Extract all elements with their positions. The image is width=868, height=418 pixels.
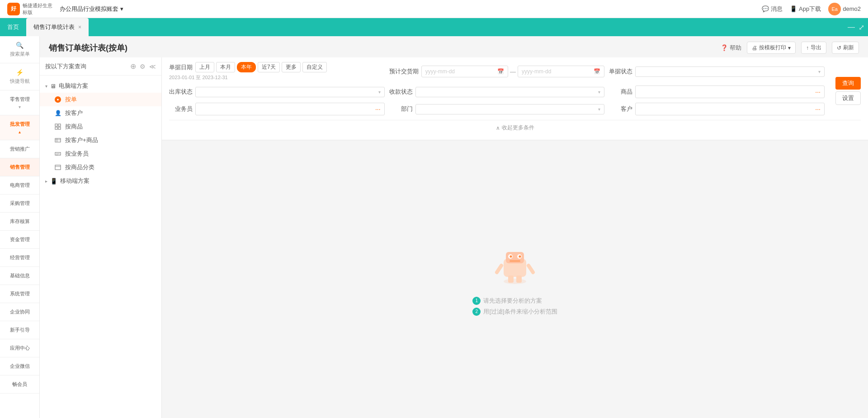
scheme-item-by-order[interactable]: ● 按单 <box>40 93 161 106</box>
customer-input[interactable]: ··· <box>635 103 825 115</box>
expand-icon: ▾ <box>45 84 47 89</box>
sidebar-item-sales[interactable]: 销售管理 <box>0 158 39 176</box>
message-btn[interactable]: 💬 消息 <box>762 5 783 13</box>
filter-cell-ship-status: 出库状态 ▾ <box>169 86 385 98</box>
date-btn-lastmonth[interactable]: 上月 <box>195 62 214 72</box>
add-scheme-icon[interactable]: ⊕ <box>130 62 136 71</box>
sidebar-item-purchase[interactable]: 采购管理 <box>0 195 39 213</box>
svg-rect-22 <box>508 276 514 283</box>
left-scheme-panel: 按以下方案查询 ⊕ ⚙ ≪ ▾ 🖥 电脑端方案 <box>40 57 162 418</box>
sidebar-item-appcenter[interactable]: 应用中心 <box>0 339 39 357</box>
tab-expand-icon[interactable]: ⤢ <box>859 23 864 32</box>
hint-num-2: 2 <box>472 308 481 316</box>
expected-date-end[interactable]: yyyy-mm-dd 📅 <box>518 66 604 77</box>
dept-select[interactable]: ▾ <box>415 104 605 114</box>
chevron-down-icon: ▾ <box>818 69 821 74</box>
filter-right-part: 查询 设置 <box>825 62 861 120</box>
svg-point-18 <box>519 255 521 257</box>
date-btn-7days[interactable]: 近7天 <box>258 62 280 72</box>
collapse-panel-icon[interactable]: ≪ <box>149 63 156 70</box>
logo-area: 好 畅捷通好生意 标版 <box>7 2 52 15</box>
export-btn[interactable]: ↑ 导出 <box>801 42 826 54</box>
query-button[interactable]: 查询 <box>835 77 861 90</box>
collapse-icon: ∧ <box>496 125 500 131</box>
page-title: 销售订单统计表(按单) <box>49 43 127 53</box>
print-icon: 🖨 <box>752 45 757 51</box>
by-category-icon <box>54 164 61 171</box>
svg-rect-10 <box>55 165 61 170</box>
bill-status-select[interactable]: ▾ <box>635 66 825 77</box>
scheme-item-by-product[interactable]: 按商品 <box>40 120 161 133</box>
by-sales-icon <box>54 150 61 157</box>
sidebar-item-basic[interactable]: 基础信息 <box>0 267 39 285</box>
scheme-item-by-sales[interactable]: 按业务员 <box>40 147 161 161</box>
sidebar: 🔍 搜索菜单 ⚡ 快捷导航 零售管理 ▾ 批发管理 ▴ 营销推广 销售管理 <box>0 36 40 418</box>
product-input[interactable]: ··· <box>635 86 825 98</box>
sidebar-item-quicknav[interactable]: ⚡ 快捷导航 <box>0 63 39 90</box>
sidebar-item-retail[interactable]: 零售管理 ▾ <box>0 90 39 115</box>
more-dots-icon: ··· <box>815 105 821 113</box>
expected-date-start[interactable]: yyyy-mm-dd 📅 <box>421 66 508 77</box>
filter-cell-bill-status: 单据状态 ▾ <box>609 62 825 81</box>
query-btns: 查询 设置 <box>835 77 861 105</box>
tab-minimize-icon[interactable]: — <box>848 23 855 31</box>
sidebar-item-inventory[interactable]: 库存核算 <box>0 213 39 231</box>
sales-control: ··· <box>195 103 385 115</box>
top-bar-left: 好 畅捷通好生意 标版 办公用品行业模拟账套 ▾ <box>7 2 127 15</box>
setting-button[interactable]: 设置 <box>835 91 861 105</box>
sidebar-item-wholesale[interactable]: 批发管理 ▴ <box>0 115 39 140</box>
sidebar-item-operations[interactable]: 经营管理 <box>0 249 39 267</box>
sidebar-item-newuser[interactable]: 新手引导 <box>0 321 39 339</box>
sales-input[interactable]: ··· <box>195 103 385 115</box>
sidebar-item-enterprise[interactable]: 企业协同 <box>0 303 39 321</box>
sidebar-nav: 🔍 搜索菜单 ⚡ 快捷导航 零售管理 ▾ 批发管理 ▴ 营销推广 销售管理 <box>0 36 39 418</box>
svg-rect-2 <box>55 127 57 129</box>
expand-icon: ▸ <box>45 179 47 184</box>
empty-hint-1: 1 请先选择要分析的方案 <box>472 297 557 305</box>
tab-home[interactable]: 首页 <box>0 18 26 36</box>
chevron-down-icon: ▾ <box>378 90 381 95</box>
sidebar-item-ecommerce[interactable]: 电商管理 <box>0 176 39 195</box>
sidebar-item-search[interactable]: 🔍 搜索菜单 <box>0 36 39 63</box>
sidebar-item-system[interactable]: 系统管理 <box>0 285 39 303</box>
scheme-item-by-customer[interactable]: 👤 按客户 <box>40 106 161 120</box>
refresh-btn[interactable]: ↺ 刷新 <box>832 42 859 54</box>
help-action[interactable]: ❓ 帮助 <box>721 44 741 52</box>
scheme-group-desktop-header[interactable]: ▾ 🖥 电脑端方案 <box>40 79 161 93</box>
user-profile[interactable]: Ea demo2 <box>828 3 861 15</box>
tab-sales-stats[interactable]: 销售订单统计表 × <box>26 18 89 36</box>
customer-control: ··· <box>635 103 825 115</box>
sidebar-item-finance[interactable]: 资金管理 <box>0 231 39 249</box>
scheme-group-mobile-header[interactable]: ▸ 📱 移动端方案 <box>40 174 161 188</box>
ship-status-select[interactable]: ▾ <box>195 87 385 97</box>
svg-rect-0 <box>55 124 57 126</box>
logo-text: 畅捷通好生意 标版 <box>23 2 52 15</box>
filter-row-2: 出库状态 ▾ <box>169 86 825 98</box>
scheme-item-by-category[interactable]: 按商品分类 <box>40 161 161 174</box>
filter-cell-pay-status: 收款状态 ▾ <box>389 86 605 98</box>
pay-status-control: ▾ <box>415 87 605 97</box>
date-btn-thisyear[interactable]: 本年 <box>237 62 256 72</box>
date-btn-thismonth[interactable]: 本月 <box>216 62 235 72</box>
by-cust-prod-icon <box>54 137 61 144</box>
empty-state: 1 请先选择要分析的方案 2 用[过滤]条件来缩小分析范围 <box>162 140 868 418</box>
template-print-btn[interactable]: 🖨 按模板打印 ▾ <box>747 42 796 54</box>
scheme-item-by-cust-prod[interactable]: 按客户+商品 <box>40 133 161 147</box>
svg-point-12 <box>504 279 526 284</box>
sidebar-item-marketing[interactable]: 营销推广 <box>0 140 39 158</box>
collapse-bar[interactable]: ∧ 收起更多条件 <box>169 120 861 135</box>
page-actions: ❓ 帮助 🖨 按模板打印 ▾ ↑ 导出 ↺ 刷新 <box>721 42 859 54</box>
date-sep: — <box>510 68 516 75</box>
svg-line-21 <box>528 266 533 272</box>
app-download-btn[interactable]: 📱 App下载 <box>790 5 821 13</box>
date-btn-more[interactable]: 更多 <box>282 62 301 72</box>
sidebar-item-wechat[interactable]: 企业微信 <box>0 357 39 375</box>
edit-scheme-icon[interactable]: ⚙ <box>140 63 146 70</box>
app-selector[interactable]: 办公用品行业模拟账套 ▾ <box>56 5 127 13</box>
sidebar-item-member[interactable]: 畅会员 <box>0 375 39 394</box>
date-btn-custom[interactable]: 自定义 <box>302 62 327 72</box>
filter-cell-sales: 业务员 ··· <box>169 103 385 115</box>
pay-status-select[interactable]: ▾ <box>415 87 605 97</box>
desktop-icon: 🖥 <box>50 83 56 90</box>
tab-close-btn[interactable]: × <box>78 24 81 30</box>
